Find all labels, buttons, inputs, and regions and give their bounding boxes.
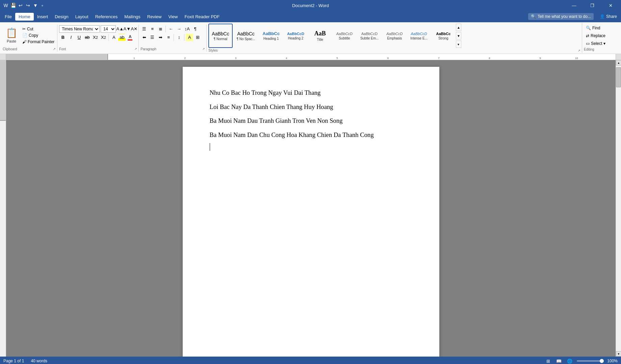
menu-item-review[interactable]: Review: [144, 13, 165, 21]
sort-button[interactable]: ↕A: [183, 25, 191, 33]
align-left-button[interactable]: ⬅: [140, 34, 148, 41]
menu-item-home[interactable]: Home: [15, 13, 34, 21]
print-layout-button[interactable]: ⊞: [544, 357, 552, 364]
sep2: [174, 34, 174, 41]
format-painter-label: Format Painter: [28, 39, 54, 44]
editing-group: 🔍 Find ⇄ Replace ▭ Select ▾ Editing: [583, 24, 620, 52]
find-button[interactable]: 🔍 Find: [584, 25, 618, 31]
shading-button[interactable]: A: [186, 34, 193, 41]
document-area[interactable]: Nhu Co Bac Ho Trong Ngay Vui Dai Thang L…: [6, 60, 616, 357]
style-subtitle[interactable]: AaBbCcD Subtitle: [333, 24, 356, 48]
font-expand-icon[interactable]: ↗: [134, 47, 137, 51]
font-grow-button[interactable]: A▲: [117, 25, 123, 33]
multilevel-list-button[interactable]: ≣: [157, 25, 164, 33]
format-painter-button[interactable]: 🖌 Format Painter: [21, 39, 56, 45]
bold-button[interactable]: B: [59, 34, 67, 41]
font-family-select[interactable]: Times New Roman Arial Calibri: [59, 25, 100, 33]
style-intense-emphasis[interactable]: AaBbCcD Intense E...: [407, 24, 431, 48]
style-no-spacing[interactable]: AaBbCc ¶ No Spac...: [233, 24, 259, 48]
tell-me-search[interactable]: 🔍 Tell me what you want to do...: [528, 13, 594, 20]
styles-scroll-up[interactable]: ▲: [456, 24, 461, 31]
menu-item-design[interactable]: Design: [51, 13, 72, 21]
strikethrough-button[interactable]: ab: [83, 34, 91, 41]
word-count: 40 words: [31, 359, 47, 363]
font-size-select[interactable]: 14 10 11 12 16 18: [101, 25, 116, 33]
font-color-button[interactable]: A: [126, 34, 134, 41]
menu-item-foxit[interactable]: Foxit Reader PDF: [181, 13, 223, 21]
style-emphasis-label: Emphasis: [387, 36, 402, 40]
share-button[interactable]: 👤 Share: [597, 13, 620, 20]
borders-button[interactable]: ⊞: [194, 34, 201, 41]
clear-formatting-button[interactable]: A✕: [131, 25, 137, 33]
style-normal[interactable]: AaBbCc ¶ Normal: [208, 24, 232, 48]
customize-quick-access-icon[interactable]: ▼: [32, 2, 38, 8]
italic-button[interactable]: I: [67, 34, 75, 41]
underline-button[interactable]: U: [75, 34, 83, 41]
increase-indent-button[interactable]: →: [175, 25, 183, 33]
style-heading1[interactable]: AaBbCc Heading 1: [259, 24, 283, 48]
restore-button[interactable]: ❐: [585, 0, 600, 11]
scroll-down-button[interactable]: ▼: [616, 351, 621, 357]
style-subtle-emphasis[interactable]: AaBbCcD Subtle Em...: [357, 24, 382, 48]
clipboard-expand-icon[interactable]: ↗: [53, 47, 56, 51]
paragraph-expand-icon[interactable]: ↗: [202, 47, 205, 51]
numbering-button[interactable]: ≡: [149, 25, 156, 33]
close-button[interactable]: ✕: [603, 0, 618, 11]
styles-expand[interactable]: ▾: [456, 40, 461, 48]
share-icon: 👤: [600, 14, 605, 19]
sep: [165, 26, 166, 32]
replace-button[interactable]: ⇄ Replace: [584, 32, 618, 39]
text-highlight-button[interactable]: ab: [118, 34, 126, 41]
select-button[interactable]: ▭ Select ▾: [584, 40, 618, 47]
scrollbar-track[interactable]: [616, 65, 621, 351]
menu-item-layout[interactable]: Layout: [72, 13, 92, 21]
zoom-thumb[interactable]: [600, 359, 604, 363]
web-layout-button[interactable]: 🌐: [566, 357, 573, 364]
superscript-button[interactable]: X2: [100, 34, 107, 41]
decrease-indent-button[interactable]: ←: [167, 25, 175, 33]
style-subtitle-preview: AaBbCcD: [336, 32, 353, 36]
menu-item-view[interactable]: View: [165, 13, 181, 21]
paste-button[interactable]: 📋 Paste: [3, 25, 20, 46]
scrollbar-thumb[interactable]: [616, 67, 621, 87]
undo-icon[interactable]: ↩: [18, 2, 24, 8]
show-formatting-button[interactable]: ¶: [191, 25, 199, 33]
styles-scroll-down[interactable]: ▼: [456, 32, 461, 39]
cut-button[interactable]: ✂ Cut: [21, 26, 56, 32]
clipboard-buttons: 📋 Paste ✂ Cut 📄 Copy 🖌: [3, 25, 56, 46]
minimize-button[interactable]: —: [566, 0, 582, 11]
style-title[interactable]: AaB Title: [308, 24, 332, 48]
save-icon[interactable]: 💾: [10, 2, 16, 8]
page[interactable]: Nhu Co Bac Ho Trong Ngay Vui Dai Thang L…: [183, 67, 439, 357]
style-heading2[interactable]: AaBbCcD Heading 2: [284, 24, 308, 48]
align-right-button[interactable]: ➡: [157, 34, 164, 41]
align-center-button[interactable]: ☰: [149, 34, 156, 41]
style-heading2-preview: AaBbCcD: [287, 32, 304, 36]
justify-button[interactable]: ≡: [165, 34, 172, 41]
document-content[interactable]: Nhu Co Bac Ho Trong Ngay Vui Dai Thang L…: [210, 87, 412, 151]
zoom-slider[interactable]: [577, 360, 604, 362]
read-mode-button[interactable]: 📖: [555, 357, 563, 364]
format-painter-icon: 🖌: [22, 39, 26, 44]
styles-expand-icon[interactable]: ↗: [578, 49, 580, 52]
menu-item-insert[interactable]: Insert: [34, 13, 52, 21]
menu-item-mailings[interactable]: Mailings: [121, 13, 144, 21]
style-no-spacing-preview: AaBbCc: [237, 31, 254, 36]
menu-item-references[interactable]: References: [92, 13, 121, 21]
style-emphasis[interactable]: AaBbCcD Emphasis: [383, 24, 406, 48]
style-strong[interactable]: AaBbCc Strong: [432, 24, 455, 48]
cursor-line[interactable]: [210, 143, 412, 150]
menu-item-file[interactable]: File: [1, 13, 15, 21]
subscript-button[interactable]: X2: [92, 34, 99, 41]
line-spacing-button[interactable]: ↕: [175, 34, 183, 41]
text-effects-button[interactable]: A: [110, 34, 118, 41]
font-shrink-button[interactable]: A▼: [124, 25, 130, 33]
vertical-scrollbar[interactable]: ▲ ▼: [616, 60, 621, 357]
copy-button[interactable]: 📄 Copy: [21, 32, 56, 38]
font-color-bar: [128, 39, 132, 40]
bullets-button[interactable]: ☰: [140, 25, 148, 33]
redo-icon[interactable]: ↪: [25, 2, 31, 8]
scroll-up-button[interactable]: ▲: [616, 60, 621, 65]
clipboard-secondary: ✂ Cut 📄 Copy 🖌 Format Painter: [21, 25, 56, 46]
doc-line-2: Loi Bac Nay Da Thanh Chien Thang Huy Hoa…: [210, 101, 412, 113]
